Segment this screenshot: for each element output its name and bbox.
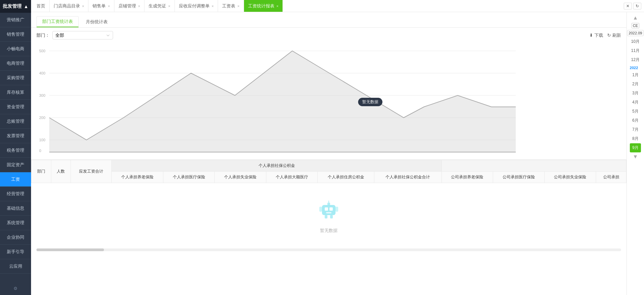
sidebar-item-库存核算[interactable]: 库存核算 [0,85,31,100]
tab-工资表[interactable]: 工资表× [218,0,244,12]
tab-应收应付调整单[interactable]: 应收应付调整单× [175,0,218,12]
tab-label: 工资统计报表 [248,3,274,9]
tab-close-btn[interactable]: × [108,4,110,8]
table-wrap: 部门 人数 应发工资合计 个人承担社保公积金 个人承担养老保险个人承担医疗保险个… [31,159,626,295]
th-个人承担社保公积金合计: 个人承担社保公积金合计 [374,172,441,183]
tab-销售单[interactable]: 销售单× [88,0,114,12]
th-group-personal: 个人承担社保公积金 [112,160,441,172]
timeline-year-2022[interactable]: 2022 [630,64,641,70]
sidebar-toggle-icon: ▲ [24,4,28,9]
sub-tab-月份统计表[interactable]: 月份统计表 [80,17,113,27]
sidebar-item-企业协同[interactable]: 企业协同 [0,230,31,245]
timeline-month-3月[interactable]: 3月 [630,89,641,98]
dept-label: 部门： [36,32,50,38]
th-公司承担: 公司承担 [596,172,626,183]
sidebar-item-云应用[interactable]: 云应用 [0,259,31,274]
dept-select[interactable]: 全部 [52,31,113,39]
sidebar-item-经营管理[interactable]: 经营管理 [0,187,31,201]
tab-close-btn[interactable]: × [138,4,140,8]
toolbar: 部门： 全部 ⬇ 下载 ↻ 刷新 [31,28,626,43]
th-个人承担养老保险: 个人承担养老保险 [112,172,163,183]
tabs-bar: 首页门店商品目录×销售单×店铺管理×生成凭证×应收应付调整单×工资表×工资统计报… [31,0,644,12]
sidebar-item-工资[interactable]: 工资 [0,172,31,187]
svg-rect-19 [319,207,322,212]
tab-close-btn[interactable]: × [82,4,84,8]
toolbar-left: 部门： 全部 [36,31,113,39]
no-data-text: 暂无数据 [320,228,338,234]
sidebar-item-固定资产[interactable]: 固定资产 [0,158,31,172]
timeline-month-1月[interactable]: 1月 [630,70,641,80]
tab-label: 生成凭证 [149,3,166,9]
sidebar-item-营销推广[interactable]: 营销推广 [0,13,31,27]
refresh-tabs-button[interactable]: ↻ [633,3,641,9]
svg-text:300: 300 [39,93,45,97]
sidebar-item-资金管理[interactable]: 资金管理 [0,100,31,114]
download-button[interactable]: ⬇ 下载 [589,32,603,38]
tab-label: 应收应付调整单 [179,3,210,9]
sidebar: 批发管理 ▲ 营销推广销售管理小畅电商电商管理采购管理库存核算资金管理总账管理发… [0,0,31,295]
svg-text:100: 100 [39,138,45,142]
sidebar-item-电商管理[interactable]: 电商管理 [0,56,31,71]
tab-close-btn[interactable]: × [276,4,278,8]
sub-tab-部门工资统计表[interactable]: 部门工资统计表 [36,16,79,27]
timeline-month-12月[interactable]: 12月 [630,55,641,64]
sidebar-item-新手引导[interactable]: 新手引导 [0,245,31,259]
svg-rect-22 [330,215,333,218]
timeline-up-nav[interactable]: ▲ [632,13,640,22]
timeline-month-5月[interactable]: 5月 [630,107,641,116]
sidebar-footer[interactable]: ⚙ [0,282,31,295]
tabs-end-buttons: ✕ ↻ [621,3,644,9]
svg-rect-18 [328,201,329,203]
tab-首页[interactable]: 首页 [32,0,50,12]
content-area: 部门工资统计表月份统计表 部门： 全部 ⬇ 下载 [31,12,644,295]
tab-close-btn[interactable]: × [168,4,170,8]
timeline-month-8月[interactable]: 8月 [630,134,641,143]
timeline-month-2月[interactable]: 2月 [630,80,641,89]
tab-店铺管理[interactable]: 店铺管理× [114,0,144,12]
refresh-button[interactable]: ↻ 刷新 [607,32,621,38]
timeline-year-badge[interactable]: 2022.09 [627,30,644,36]
svg-text:500: 500 [39,49,45,53]
line-chart: 500 400 300 200 100 0 [36,46,621,157]
timeline-month-10月[interactable]: 10月 [630,37,641,46]
sidebar-nav: 营销推广销售管理小畅电商电商管理采购管理库存核算资金管理总账管理发票管理税务管理… [0,13,31,274]
timeline-month-4月[interactable]: 4月 [630,98,641,107]
tab-close-btn[interactable]: × [212,4,214,8]
tab-门店商品目录[interactable]: 门店商品目录× [50,0,88,12]
svg-text:400: 400 [39,71,45,75]
svg-marker-12 [49,51,516,152]
sidebar-item-总账管理[interactable]: 总账管理 [0,114,31,129]
tab-工资统计报表[interactable]: 工资统计报表× [244,0,283,12]
sidebar-header[interactable]: 批发管理 ▲ [0,0,31,13]
timeline-month-6月[interactable]: 6月 [630,116,641,125]
svg-rect-13 [322,205,336,215]
scrollbar-thumb[interactable] [36,248,104,251]
chart-wrap: 500 400 300 200 100 0 [36,46,621,157]
svg-rect-16 [326,212,331,213]
tab-label: 首页 [36,3,45,9]
sidebar-item-采购管理[interactable]: 采购管理 [0,71,31,85]
timeline-ce-badge: CE [632,23,639,28]
timeline-down-nav[interactable]: ▼ [632,152,640,161]
chart-tooltip: 暂无数据 [358,98,382,106]
timeline-month-9月[interactable]: 9月 [630,143,641,152]
sidebar-item-小畅电商[interactable]: 小畅电商 [0,42,31,56]
timeline-month-7月[interactable]: 7月 [630,125,641,134]
sidebar-item-基础信息[interactable]: 基础信息 [0,201,31,216]
sidebar-item-发票管理[interactable]: 发票管理 [0,129,31,143]
tab-生成凭证[interactable]: 生成凭证× [144,0,175,12]
sidebar-item-销售管理[interactable]: 销售管理 [0,27,31,42]
tab-label: 店铺管理 [118,3,136,9]
horizontal-scrollbar[interactable] [36,248,621,251]
tabs-container: 首页门店商品目录×销售单×店铺管理×生成凭证×应收应付调整单×工资表×工资统计报… [32,0,283,12]
main-panel: 部门工资统计表月份统计表 部门： 全部 ⬇ 下载 [31,12,626,295]
sidebar-item-系统管理[interactable]: 系统管理 [0,216,31,230]
th-个人承担住房公积金: 个人承担住房公积金 [318,172,374,183]
tab-close-btn[interactable]: × [237,4,239,8]
th-group-company [441,160,626,172]
close-all-button[interactable]: ✕ [624,3,632,9]
sidebar-item-税务管理[interactable]: 税务管理 [0,143,31,158]
sub-tabs: 部门工资统计表月份统计表 [31,12,626,28]
svg-rect-17 [327,203,330,205]
timeline-month-11月[interactable]: 11月 [630,46,641,55]
